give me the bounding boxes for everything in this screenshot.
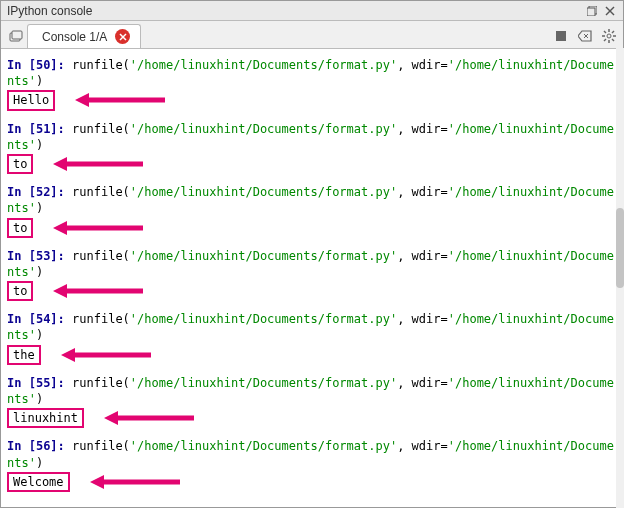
close-window-icon[interactable] <box>603 4 617 18</box>
console-cell: In [51]: runfile('/home/linuxhint/Docume… <box>7 121 617 175</box>
prompt-close: ]: <box>50 376 72 390</box>
prompt-close: ]: <box>50 439 72 453</box>
svg-point-12 <box>607 34 611 38</box>
prompt-close: ]: <box>50 122 72 136</box>
prompt: In [ <box>7 439 36 453</box>
prompt-number: 51 <box>36 122 50 136</box>
console-cell: In [50]: runfile('/home/linuxhint/Docume… <box>7 57 617 111</box>
prompt-number: 50 <box>36 58 50 72</box>
titlebar: IPython console <box>1 1 623 21</box>
prompt-number: 56 <box>36 439 50 453</box>
code-end: ) <box>36 138 43 152</box>
tab-label: Console 1/A <box>42 30 107 44</box>
prompt-number: 54 <box>36 312 50 326</box>
input-line: In [54]: runfile('/home/linuxhint/Docume… <box>7 311 617 343</box>
svg-line-20 <box>604 39 606 41</box>
output-row: Welcome <box>7 472 617 492</box>
scroll-thumb[interactable] <box>616 208 624 288</box>
annotation-arrow-icon <box>53 221 143 235</box>
prompt-number: 53 <box>36 249 50 263</box>
tab-console-1a[interactable]: Console 1/A <box>27 24 141 48</box>
code-wdir-kw: , wdir= <box>397 312 448 326</box>
output-highlight-box: to <box>7 281 33 301</box>
code-fn: runfile( <box>72 312 130 326</box>
code-path: '/home/linuxhint/Documents/format.py' <box>130 376 397 390</box>
code-path: '/home/linuxhint/Documents/format.py' <box>130 439 397 453</box>
code-fn: runfile( <box>72 439 130 453</box>
prompt-number: 52 <box>36 185 50 199</box>
output-highlight-box: the <box>7 345 41 365</box>
annotation-arrow-icon <box>61 348 151 362</box>
input-line: In [53]: runfile('/home/linuxhint/Docume… <box>7 248 617 280</box>
svg-line-17 <box>604 31 606 33</box>
code-end: ) <box>36 392 43 406</box>
tab-bar: Console 1/A <box>1 21 623 49</box>
prompt-close: ]: <box>50 58 72 72</box>
output-highlight-box: to <box>7 218 33 238</box>
code-path: '/home/linuxhint/Documents/format.py' <box>130 312 397 326</box>
output-row: Hello <box>7 90 617 110</box>
clear-icon[interactable] <box>577 28 593 44</box>
code-wdir-kw: , wdir= <box>397 249 448 263</box>
code-fn: runfile( <box>72 122 130 136</box>
code-path: '/home/linuxhint/Documents/format.py' <box>130 122 397 136</box>
options-icon[interactable] <box>601 28 617 44</box>
code-end: ) <box>36 74 43 88</box>
output-row: the <box>7 345 617 365</box>
code-fn: runfile( <box>72 376 130 390</box>
prompt: In [ <box>7 185 36 199</box>
code-end: ) <box>36 201 43 215</box>
console-cell: In [52]: runfile('/home/linuxhint/Docume… <box>7 184 617 238</box>
code-end: ) <box>36 456 43 470</box>
svg-rect-5 <box>12 31 22 39</box>
stop-icon[interactable] <box>553 28 569 44</box>
code-path: '/home/linuxhint/Documents/format.py' <box>130 58 397 72</box>
output-highlight-box: to <box>7 154 33 174</box>
window-title: IPython console <box>7 4 92 18</box>
output-row: linuxhint <box>7 408 617 428</box>
input-line: In [55]: runfile('/home/linuxhint/Docume… <box>7 375 617 407</box>
input-line: In [52]: runfile('/home/linuxhint/Docume… <box>7 184 617 216</box>
code-wdir-kw: , wdir= <box>397 122 448 136</box>
code-end: ) <box>36 328 43 342</box>
prompt-close: ]: <box>50 312 72 326</box>
console-output[interactable]: In [50]: runfile('/home/linuxhint/Docume… <box>1 49 623 507</box>
prompt-number: 55 <box>36 376 50 390</box>
restore-icon[interactable] <box>585 4 599 18</box>
code-path: '/home/linuxhint/Documents/format.py' <box>130 249 397 263</box>
code-fn: runfile( <box>72 249 130 263</box>
annotation-arrow-icon <box>53 284 143 298</box>
code-path: '/home/linuxhint/Documents/format.py' <box>130 185 397 199</box>
code-wdir-kw: , wdir= <box>397 58 448 72</box>
output-highlight-box: Hello <box>7 90 55 110</box>
tab-row-left: Console 1/A <box>7 24 141 48</box>
prompt: In [ <box>7 122 36 136</box>
close-tab-icon[interactable] <box>115 29 130 44</box>
tab-row-right <box>553 28 617 44</box>
annotation-arrow-icon <box>75 93 165 107</box>
input-line: In [50]: runfile('/home/linuxhint/Docume… <box>7 57 617 89</box>
svg-marker-9 <box>578 31 591 41</box>
output-row: to <box>7 154 617 174</box>
prompt: In [ <box>7 312 36 326</box>
svg-rect-1 <box>587 8 595 16</box>
prompt-close: ]: <box>50 249 72 263</box>
browse-tabs-icon[interactable] <box>7 27 25 45</box>
annotation-arrow-icon <box>104 411 194 425</box>
output-highlight-box: Welcome <box>7 472 70 492</box>
prompt-close: ]: <box>50 185 72 199</box>
output-row: to <box>7 218 617 238</box>
svg-line-18 <box>612 39 614 41</box>
console-cell: In [54]: runfile('/home/linuxhint/Docume… <box>7 311 617 365</box>
console-cell: In [53]: runfile('/home/linuxhint/Docume… <box>7 248 617 302</box>
ipython-console-window: IPython console Console 1/A <box>0 0 624 508</box>
code-end: ) <box>36 265 43 279</box>
code-wdir-kw: , wdir= <box>397 439 448 453</box>
annotation-arrow-icon <box>53 157 143 171</box>
input-line: In [56]: runfile('/home/linuxhint/Docume… <box>7 438 617 470</box>
code-wdir-kw: , wdir= <box>397 185 448 199</box>
prompt: In [ <box>7 376 36 390</box>
annotation-arrow-icon <box>90 475 180 489</box>
scrollbar[interactable] <box>616 48 624 508</box>
code-wdir-kw: , wdir= <box>397 376 448 390</box>
